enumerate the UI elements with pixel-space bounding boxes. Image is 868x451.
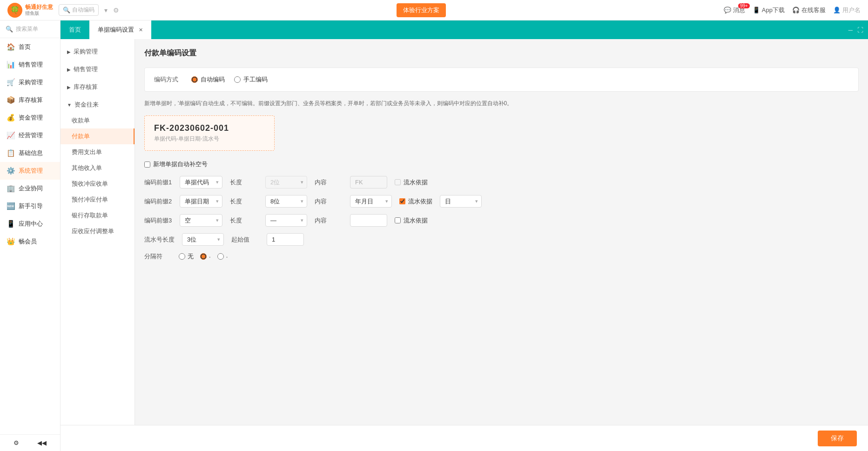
message-icon: 💬 [724, 7, 731, 13]
settings-icon[interactable]: ⚙ [113, 7, 119, 14]
prefix3-content-input[interactable] [350, 214, 387, 227]
sidebar-item-base[interactable]: 📋 基础信息 [0, 144, 60, 162]
guide-icon: 🆕 [7, 202, 15, 210]
sub-item-receipt[interactable]: 收款单 [61, 113, 135, 128]
serial-length-select[interactable]: 3位 4位 5位 6位 [182, 233, 224, 246]
prefix2-day-select[interactable]: 日 月 年 [440, 195, 482, 208]
sidebar-item-inventory[interactable]: 📦 库存核算 [0, 91, 60, 109]
solution-button[interactable]: 体验行业方案 [397, 3, 446, 17]
sub-menu-capital[interactable]: ▼ 资金往来 [61, 97, 135, 113]
prefix1-content-input [350, 176, 387, 188]
sub-item-advance-rcv[interactable]: 预收冲应收单 [61, 176, 135, 192]
prefix2-row: 编码前缀2 单据代码 单据日期 部门 业务员 空 长度 4位 [144, 195, 859, 208]
sub-menu-inventory[interactable]: ▶ 库存核算 [61, 79, 135, 95]
appcenter-icon: 📱 [7, 220, 15, 228]
code-preview-box: FK-20230602-001 单据代码-单据日期-流水号 [144, 115, 275, 151]
sub-item-payment[interactable]: 付款单 [61, 128, 135, 144]
manual-encoding-option[interactable]: 手工编码 [234, 75, 268, 84]
save-button[interactable]: 保存 [818, 431, 857, 446]
sep-dash-radio[interactable] [200, 253, 207, 260]
prefix1-select[interactable]: 单据代码 单据日期 部门 业务员 空 [180, 176, 222, 188]
sidebar-item-system[interactable]: ⚙️ 系统管理 [0, 162, 60, 180]
sub-item-other-income[interactable]: 其他收入单 [61, 160, 135, 176]
prefix2-length-select[interactable]: 4位 6位 8位 10位 [265, 195, 307, 208]
layout: 🔍 搜索菜单 🏠 首页 📊 销售管理 🛒 采购管理 📦 库存核算 💰 资金管理 … [0, 20, 868, 451]
settings-bottom-icon[interactable]: ⚙ [13, 439, 19, 446]
start-value-input[interactable] [267, 233, 304, 246]
prefix2-length-wrap[interactable]: 4位 6位 8位 10位 [265, 195, 307, 208]
sep-none-radio[interactable] [179, 253, 185, 260]
sidebar-item-company[interactable]: 🏢 企业协同 [0, 180, 60, 197]
tab-minimize-icon[interactable]: ─ [848, 27, 853, 34]
tab-encoding[interactable]: 单据编码设置 ✕ [89, 20, 151, 39]
search-input-label: 自动编码 [72, 6, 94, 14]
prefix3-length-select[interactable]: — [265, 214, 307, 227]
sidebar-label-finance: 资金管理 [19, 114, 43, 122]
tab-home[interactable]: 首页 [61, 20, 89, 39]
sub-menu-purchase[interactable]: ▶ 采购管理 [61, 44, 135, 60]
prefix2-stream-checkbox[interactable] [399, 198, 405, 204]
sidebar-item-finance[interactable]: 💰 资金管理 [0, 109, 60, 127]
sub-item-expense[interactable]: 费用支出单 [61, 144, 135, 160]
sidebar-item-appcenter[interactable]: 📱 应用中心 [0, 215, 60, 233]
app-download-item[interactable]: 📱 App下载 [753, 6, 785, 14]
sub-menu-sales-label: 销售管理 [74, 65, 98, 74]
sidebar-item-member[interactable]: 👑 畅会员 [0, 233, 60, 250]
auto-encoding-option[interactable]: 自动编码 [191, 75, 225, 84]
sep-none-option[interactable]: 无 [179, 252, 194, 261]
sub-menu-sales[interactable]: ▶ 销售管理 [61, 61, 135, 77]
tab-close-icon[interactable]: ✕ [139, 27, 143, 33]
system-icon: ⚙️ [7, 167, 15, 175]
sub-sidebar: ▶ 采购管理 ▶ 销售管理 ▶ 库存核算 [61, 39, 135, 425]
auto-encoding-radio[interactable] [191, 76, 198, 83]
prefix1-content-label: 内容 [315, 178, 343, 187]
tab-expand-icon[interactable]: ⛶ [857, 27, 863, 34]
search-bar[interactable]: 🔍 自动编码 [59, 4, 99, 16]
sub-item-advance-pay[interactable]: 预付冲应付单 [61, 192, 135, 208]
prefix2-content-select[interactable]: 年月日 年月 年 [350, 195, 392, 208]
sep-dot-option[interactable]: · [217, 253, 228, 260]
collapse-icon[interactable]: ◀◀ [37, 439, 47, 446]
sub-item-bank[interactable]: 银行存取款单 [61, 208, 135, 223]
sidebar-label-home: 首页 [19, 43, 31, 51]
message-item[interactable]: 💬 消息 99+ [724, 6, 745, 14]
sub-group-purchase: ▶ 采购管理 [61, 44, 135, 60]
encoding-mode-panel: 编码方式 自动编码 手工编码 [144, 67, 859, 92]
prefix3-select[interactable]: 单据代码 单据日期 部门 业务员 空 [180, 214, 222, 227]
prefix3-stream-checkbox[interactable] [395, 217, 401, 223]
content-wrapper: 首页 单据编码设置 ✕ ─ ⛶ ▶ 采购管理 [61, 20, 868, 451]
prefix2-day-select-wrap[interactable]: 日 月 年 [440, 195, 482, 208]
sep-dash-option[interactable]: · [200, 253, 211, 260]
operation-icon: 📈 [7, 131, 15, 140]
sub-item-arap[interactable]: 应收应付调整单 [61, 223, 135, 239]
prefix2-select[interactable]: 单据代码 单据日期 部门 业务员 空 [180, 195, 222, 208]
serial-length-select-wrap[interactable]: 3位 4位 5位 6位 [182, 233, 224, 246]
dropdown-arrow-icon[interactable]: ▾ [104, 7, 108, 14]
sub-group-inventory: ▶ 库存核算 [61, 79, 135, 95]
prefix2-select-wrap[interactable]: 单据代码 单据日期 部门 业务员 空 [180, 195, 222, 208]
bottom-bar: 保存 [61, 425, 868, 451]
sidebar-item-operation[interactable]: 📈 经营管理 [0, 127, 60, 144]
sidebar: 🔍 搜索菜单 🏠 首页 📊 销售管理 🛒 采购管理 📦 库存核算 💰 资金管理 … [0, 20, 61, 451]
prefix2-content-wrap[interactable]: 年月日 年月 年 [350, 195, 392, 208]
sidebar-item-home[interactable]: 🏠 首页 [0, 38, 60, 56]
online-service-item[interactable]: 🎧 在线客服 [792, 6, 826, 14]
manual-encoding-radio[interactable] [234, 76, 241, 83]
sidebar-item-guide[interactable]: 🆕 新手引导 [0, 197, 60, 215]
sep-dot-radio[interactable] [217, 253, 224, 260]
arrow-right-icon: ▶ [67, 49, 71, 54]
sidebar-item-sales[interactable]: 📊 销售管理 [0, 56, 60, 74]
prefix3-length-label: 长度 [230, 216, 258, 225]
user-item[interactable]: 👤 用户名 [833, 6, 861, 14]
prefix1-select-wrap[interactable]: 单据代码 单据日期 部门 业务员 空 [180, 176, 222, 188]
prefix3-length-wrap[interactable]: — [265, 214, 307, 227]
separator-row: 分隔符 无 · · [144, 252, 859, 261]
sub-item-expense-label: 费用支出单 [72, 148, 102, 155]
sidebar-search[interactable]: 🔍 搜索菜单 [0, 20, 60, 38]
sub-item-bank-label: 银行存取款单 [72, 212, 108, 219]
page-content: 付款单编码设置 编码方式 自动编码 手工编码 [135, 39, 868, 425]
prefix3-select-wrap[interactable]: 单据代码 单据日期 部门 业务员 空 [180, 214, 222, 227]
auto-fill-checkbox[interactable] [144, 162, 150, 168]
user-icon: 👤 [833, 7, 841, 13]
sidebar-item-purchase[interactable]: 🛒 采购管理 [0, 74, 60, 91]
